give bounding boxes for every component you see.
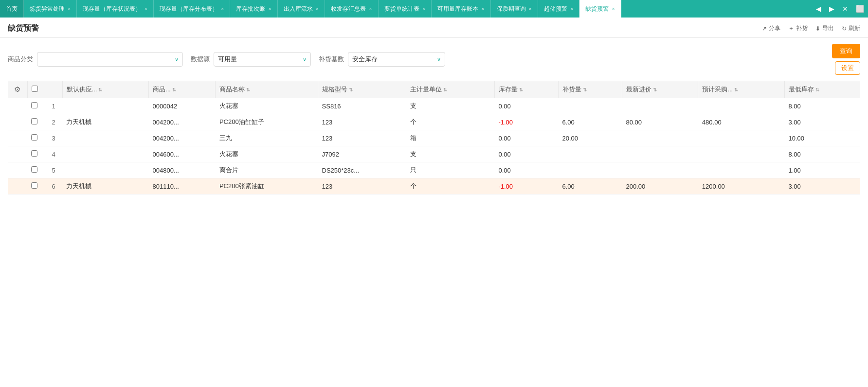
tab-home-label: 首页 xyxy=(6,5,18,13)
th-est-purchase[interactable]: 预计采购... ⇅ xyxy=(698,81,785,98)
select-all-checkbox[interactable] xyxy=(32,86,38,92)
tab-shortage-label: 缺货预警 xyxy=(585,5,609,13)
cell-code-1: 004200... xyxy=(149,114,216,130)
refresh-label: 刷新 xyxy=(849,24,860,33)
settings-button[interactable]: 设置 xyxy=(835,61,860,75)
th-spec[interactable]: 规格型号 ⇅ xyxy=(318,81,406,98)
th-min-stock-label: 最低库存 xyxy=(789,85,814,94)
tab-inventory-dist-close[interactable]: × xyxy=(221,6,224,12)
cell-stock-1: -1.00 xyxy=(494,114,558,130)
cell-code-5: 801110... xyxy=(149,178,216,194)
cell-min-stock-3: 8.00 xyxy=(784,146,860,162)
tab-inventory-status-label: 现存量（库存状况表） xyxy=(83,5,141,13)
tab-inventory-dist-label: 现存量（库存分布表） xyxy=(160,5,218,13)
cell-name-4: 离合片 xyxy=(216,162,318,178)
cell-gear-5 xyxy=(8,178,27,194)
th-replenish-qty[interactable]: 补货量 ⇅ xyxy=(558,81,622,98)
share-label: 分享 xyxy=(769,24,780,33)
tab-inout-flow-close[interactable]: × xyxy=(316,6,319,12)
row-checkbox-4[interactable] xyxy=(31,166,37,173)
tab-prev-button[interactable]: ◀ xyxy=(812,0,825,18)
cell-replenish-5: 6.00 xyxy=(558,178,622,194)
tab-recv-summary[interactable]: 收发存汇总表 × xyxy=(325,0,378,18)
table-container: ⚙ 默认供应... ⇅ 商品.. xyxy=(0,81,868,194)
tab-overstock[interactable]: 超储预警 × xyxy=(538,0,579,18)
tab-order-stats-close[interactable]: × xyxy=(422,6,425,12)
tab-expiry-query[interactable]: 保质期查询 × xyxy=(491,0,538,18)
row-checkbox-3[interactable] xyxy=(31,150,37,157)
tab-shortage[interactable]: 缺货预警 × xyxy=(579,0,621,18)
tab-available-ledger[interactable]: 可用量库存账本 × xyxy=(432,0,490,18)
tab-shortage-close[interactable]: × xyxy=(612,6,615,12)
page-header: 缺货预警 ↗ 分享 ＋ 补货 ⬇ 导出 ↻ 刷新 xyxy=(0,18,868,38)
tab-available-ledger-close[interactable]: × xyxy=(481,6,484,12)
tab-home[interactable]: 首页 xyxy=(0,0,24,18)
cell-stock-2: 0.00 xyxy=(494,130,558,146)
th-product-code-label: 商品... xyxy=(153,85,171,94)
tab-inventory-dist[interactable]: 现存量（库存分布表） × xyxy=(154,0,230,18)
replenish-base-select-value: 安全库存 xyxy=(352,55,378,64)
tab-abnormal-close[interactable]: × xyxy=(68,6,71,12)
tab-inventory-status-close[interactable]: × xyxy=(144,6,147,12)
cell-name-1: PC200油缸缸子 xyxy=(216,114,318,130)
tab-next-button[interactable]: ▶ xyxy=(825,0,838,18)
spec-sort-icon: ⇅ xyxy=(349,87,353,92)
min-stock-sort-icon: ⇅ xyxy=(815,87,819,92)
query-button[interactable]: 查询 xyxy=(832,44,860,58)
est-purchase-sort-icon: ⇅ xyxy=(734,87,738,92)
cell-name-5: PC200张紧油缸 xyxy=(216,178,318,194)
th-est-purchase-label: 预计采购... xyxy=(702,85,733,94)
tab-window-menu-button[interactable]: ✕ xyxy=(838,0,852,18)
th-product-name[interactable]: 商品名称 ⇅ xyxy=(216,81,318,98)
th-latest-price[interactable]: 最新进价 ⇅ xyxy=(622,81,698,98)
category-chevron-icon: ∨ xyxy=(175,56,179,63)
tab-abnormal[interactable]: 炼货异常处理 × xyxy=(24,0,77,18)
th-unit[interactable]: 主计量单位 ⇅ xyxy=(406,81,495,98)
filter-area: 商品分类 ∨ 数据源 可用量 ∨ 补货基数 安全库存 ∨ 查询 设置 xyxy=(0,38,868,81)
tab-overstock-close[interactable]: × xyxy=(570,6,573,12)
tab-expiry-query-close[interactable]: × xyxy=(529,6,532,12)
th-spec-label: 规格型号 xyxy=(322,85,347,94)
tab-maximize-button[interactable]: ⬜ xyxy=(852,0,868,18)
category-select[interactable]: ∨ xyxy=(37,52,183,67)
tab-inventory-status[interactable]: 现存量（库存状况表） × xyxy=(77,0,153,18)
export-button[interactable]: ⬇ 导出 xyxy=(815,24,834,33)
table-row: 5 004800... 离合片 DS250*23c... 只 0.00 1.00 xyxy=(8,162,860,178)
cell-checkbox-2 xyxy=(27,130,45,146)
datasource-select[interactable]: 可用量 ∨ xyxy=(214,52,311,67)
row-checkbox-1[interactable] xyxy=(31,118,37,124)
replenish-base-select[interactable]: 安全库存 ∨ xyxy=(348,52,445,67)
th-default-supplier[interactable]: 默认供应... ⇅ xyxy=(62,81,149,98)
share-button[interactable]: ↗ 分享 xyxy=(762,24,780,33)
tab-inout-flow-label: 出入库流水 xyxy=(284,5,313,13)
refresh-button[interactable]: ↻ 刷新 xyxy=(842,24,860,33)
datasource-chevron-icon: ∨ xyxy=(303,56,307,63)
replenish-base-filter-label: 补货基数 xyxy=(319,55,344,64)
row-checkbox-2[interactable] xyxy=(31,134,37,141)
cell-latest-price-1: 80.00 xyxy=(622,114,698,130)
tab-order-stats[interactable]: 要货单统计表 × xyxy=(379,0,432,18)
row-checkbox-0[interactable] xyxy=(31,102,37,108)
table-header-row: ⚙ 默认供应... ⇅ 商品.. xyxy=(8,81,860,98)
product-name-sort-icon: ⇅ xyxy=(246,87,250,92)
cell-name-3: 火花塞 xyxy=(216,146,318,162)
row-checkbox-5[interactable] xyxy=(31,182,37,189)
tab-inout-flow[interactable]: 出入库流水 × xyxy=(278,0,325,18)
export-label: 导出 xyxy=(822,24,834,33)
th-stock[interactable]: 库存量 ⇅ xyxy=(494,81,558,98)
tab-batch-account-close[interactable]: × xyxy=(268,6,271,12)
cell-gear-3 xyxy=(8,146,27,162)
replenish-button[interactable]: ＋ 补货 xyxy=(788,24,808,33)
cell-unit-0: 支 xyxy=(406,98,495,114)
tab-bar: 首页 炼货异常处理 × 现存量（库存状况表） × 现存量（库存分布表） × 库存… xyxy=(0,0,868,18)
th-min-stock[interactable]: 最低库存 ⇅ xyxy=(784,81,860,98)
product-code-sort-icon: ⇅ xyxy=(172,87,176,92)
cell-supplier-4 xyxy=(62,162,149,178)
th-unit-label: 主计量单位 xyxy=(410,85,442,94)
export-icon: ⬇ xyxy=(815,25,820,32)
tab-batch-account[interactable]: 库存批次账 × xyxy=(230,0,277,18)
gear-settings-icon[interactable]: ⚙ xyxy=(14,85,20,93)
table-row: 2 力天机械 004200... PC200油缸缸子 123 个 -1.00 6… xyxy=(8,114,860,130)
th-product-code[interactable]: 商品... ⇅ xyxy=(149,81,216,98)
tab-recv-summary-close[interactable]: × xyxy=(369,6,372,12)
